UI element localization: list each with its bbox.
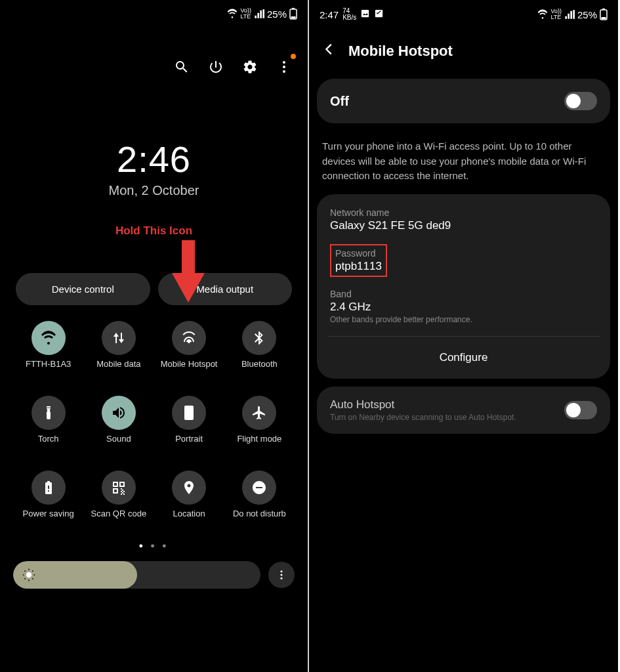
auto-hotspot-sub: Turn on Nearby device scanning to use Au… (330, 413, 516, 422)
band-row[interactable]: Band 2.4 GHz Other bands provide better … (330, 289, 597, 324)
torch-toggle[interactable] (31, 396, 66, 430)
network-name-value: Galaxy S21 FE 5G ded9 (330, 219, 597, 232)
wifi-icon (41, 330, 56, 346)
brightness-more-icon[interactable] (268, 562, 295, 588)
location-toggle[interactable] (172, 471, 206, 505)
power-saving-icon (41, 480, 56, 495)
bluetooth-icon (251, 330, 267, 346)
hotspot-toggle[interactable] (172, 321, 206, 355)
qr-icon (111, 480, 127, 495)
qr-toggle[interactable] (102, 471, 136, 505)
svg-point-6 (26, 572, 31, 578)
auto-hotspot-card[interactable]: Auto Hotspot Turn on Nearby device scann… (317, 387, 610, 434)
svg-rect-2 (291, 16, 296, 18)
volte-indicator: Vo))LTE (240, 8, 251, 20)
svg-point-7 (281, 570, 283, 572)
image-icon (360, 9, 370, 20)
hotspot-toggle-card: Off (317, 79, 610, 123)
portrait-toggle[interactable] (172, 396, 206, 430)
configure-button[interactable]: Configure (330, 345, 597, 366)
band-sub: Other bands provide better performance. (330, 315, 597, 324)
status-time: 2:47 (320, 9, 339, 20)
auto-hotspot-toggle[interactable] (564, 401, 597, 419)
tile-sound: Sound (86, 396, 151, 455)
search-icon[interactable] (174, 59, 190, 75)
flight-toggle[interactable] (242, 396, 276, 430)
annotation-text: Hold This Icon (0, 224, 308, 238)
tile-label: Torch (38, 434, 59, 455)
password-row[interactable]: Password ptpb1113 (330, 244, 387, 277)
check-icon (374, 9, 384, 20)
notification-dot (291, 54, 296, 59)
brightness-icon (22, 568, 35, 581)
svg-point-4 (283, 66, 285, 68)
power-icon[interactable] (208, 59, 224, 75)
tile-location: Location (157, 471, 222, 530)
tile-power-saving: Power saving (16, 471, 81, 530)
tile-torch: Torch (16, 396, 81, 455)
tile-dnd: Do not disturb (227, 471, 292, 530)
dnd-icon (251, 480, 267, 495)
mobile-data-toggle[interactable] (102, 321, 136, 355)
svg-point-8 (281, 574, 283, 576)
quick-settings-screen: Vo))LTE 25% 2:46 Mon, 2 October Hold Thi… (0, 0, 309, 672)
hotspot-settings-screen: 2:47 74KB/s Vo))LTE 25% Mobile Hotspot O… (309, 0, 618, 672)
tile-label: Power saving (23, 509, 74, 530)
wifi-status-icon (537, 9, 548, 20)
tile-label: Mobile Hotspot (161, 359, 218, 380)
hotspot-toggle[interactable] (564, 92, 597, 110)
band-label: Band (330, 289, 597, 299)
clock-block: 2:46 Mon, 2 October (0, 138, 308, 198)
status-bar: Vo))LTE 25% (0, 0, 308, 22)
tile-label: Portrait (175, 434, 203, 455)
tile-qr: Scan QR code (86, 471, 151, 530)
settings-icon[interactable] (242, 59, 258, 75)
brightness-slider[interactable] (13, 561, 260, 589)
svg-point-5 (283, 70, 285, 73)
tile-label: Do not disturb (233, 509, 286, 530)
tile-bluetooth: Bluetooth (227, 321, 292, 380)
network-name-row[interactable]: Network name Galaxy S21 FE 5G ded9 (330, 207, 597, 232)
svg-rect-13 (602, 9, 605, 10)
battery-icon (289, 8, 297, 20)
tile-label: Flight mode (237, 434, 281, 455)
svg-rect-10 (362, 10, 369, 17)
location-icon (181, 480, 197, 495)
dnd-toggle[interactable] (242, 471, 276, 505)
tile-label: Location (173, 509, 205, 530)
clock-time: 2:46 (0, 138, 308, 180)
brightness-row (0, 561, 308, 589)
tile-hotspot: Mobile Hotspot (157, 321, 222, 380)
hotspot-description: Turn your phone into a Wi-Fi access poin… (309, 129, 618, 189)
battery-percent: 25% (267, 9, 287, 20)
torch-icon (41, 405, 56, 421)
battery-percent: 25% (577, 9, 597, 20)
svg-rect-14 (602, 17, 606, 19)
power-saving-toggle[interactable] (31, 471, 66, 505)
hotspot-icon (181, 330, 197, 346)
hotspot-config-card: Network name Galaxy S21 FE 5G ded9 Passw… (317, 194, 610, 379)
status-bar: 2:47 74KB/s Vo))LTE 25% (309, 0, 618, 24)
more-icon[interactable] (276, 59, 292, 75)
hotspot-toggle-label: Off (330, 94, 349, 109)
wifi-toggle[interactable] (31, 321, 66, 355)
tile-portrait: Portrait (157, 396, 222, 455)
clock-date: Mon, 2 October (0, 183, 308, 198)
wifi-status-icon (227, 9, 238, 19)
sound-toggle[interactable] (102, 396, 136, 430)
tile-label: FTTH-B1A3 (26, 359, 71, 380)
signal-icon (564, 9, 575, 20)
panel-top-actions (0, 49, 308, 85)
annotation-arrow (0, 240, 308, 306)
quick-tiles-grid: FTTH-B1A3Mobile dataMobile HotspotBlueto… (0, 305, 308, 530)
page-indicator: ● ● ● (0, 541, 308, 549)
battery-icon (600, 9, 608, 20)
bluetooth-toggle[interactable] (242, 321, 276, 355)
sound-icon (111, 405, 127, 421)
tile-label: Sound (106, 434, 131, 455)
tile-wifi: FTTH-B1A3 (16, 321, 81, 380)
back-icon[interactable] (322, 42, 337, 60)
flight-icon (251, 405, 267, 421)
mobile-data-icon (111, 330, 127, 346)
password-label: Password (335, 248, 382, 259)
